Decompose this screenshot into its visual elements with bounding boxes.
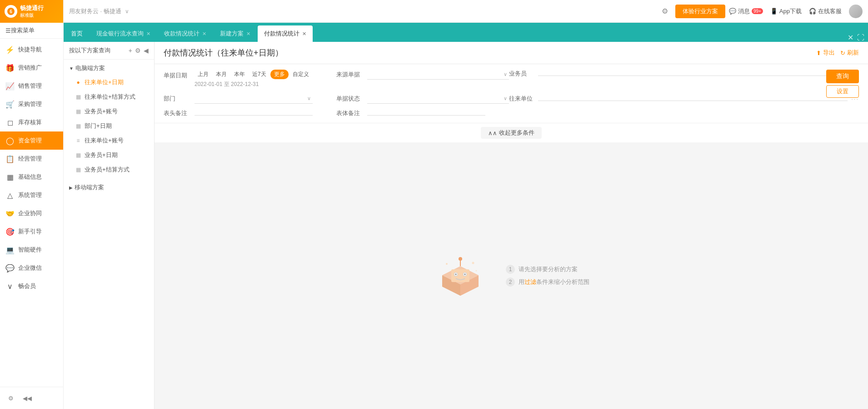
user-avatar[interactable]: [849, 5, 863, 18]
app-header: 6 畅捷通行 标准版: [0, 0, 63, 23]
scheme-item-counterpart-date[interactable]: ● 往来单位+日期: [64, 75, 154, 90]
scheme-settings-btn[interactable]: ⚙: [135, 47, 141, 54]
sidebar-item-sales[interactable]: 📈 销售管理: [0, 77, 63, 95]
sidebar-item-operations[interactable]: 📋 经营管理: [0, 150, 63, 168]
sidebar-item-label: 智能硬件: [18, 246, 42, 254]
scheme-item-salesman-account[interactable]: ▦ 业务员+账号: [64, 104, 154, 119]
settings-btn[interactable]: 设置: [826, 85, 859, 98]
date-last-month-btn[interactable]: 上月: [195, 70, 212, 79]
tab-receipt-stats[interactable]: 收款情况统计 ✕: [158, 25, 213, 42]
scheme-item-salesman-payment[interactable]: ▦ 业务员+结算方式: [64, 162, 154, 177]
page-header: 付款情况统计（往来单位+日期） ⬆ 导出 ↻ 刷新: [155, 42, 868, 64]
scheme-item-label: 业务员+日期: [85, 151, 118, 159]
filter-link[interactable]: 过滤: [524, 278, 536, 285]
tab-bank-flow[interactable]: 现金银行流水查询 ✕: [90, 25, 157, 42]
scheme-item-label: 业务员+结算方式: [85, 166, 130, 174]
empty-state: 1 请先选择要分析的方案 2 用过滤条件来缩小分析范围: [155, 142, 868, 409]
date-more-btn[interactable]: 更多: [270, 70, 289, 79]
sidebar-item-hardware[interactable]: 💻 智能硬件: [0, 241, 63, 259]
tab-payment-stats-close-icon[interactable]: ✕: [302, 31, 306, 37]
tab-bank-flow-close-icon[interactable]: ✕: [146, 31, 150, 37]
date-7days-btn[interactable]: 近7天: [249, 70, 269, 79]
scheme-group-desktop: ▼ 电脑端方案 ● 往来单位+日期 ▦ 往来单位+结算方式 ▦ 业务员+账号 ▦: [64, 60, 154, 179]
sidebar-item-purchase[interactable]: 🛒 采购管理: [0, 95, 63, 113]
search-menu[interactable]: ☰ 搜索菜单: [0, 23, 63, 39]
purchase-icon: 🛒: [5, 100, 15, 109]
sidebar-item-inventory[interactable]: ◻ 库存核算: [0, 113, 63, 131]
doc-status-label: 单据状态: [336, 95, 364, 103]
app-download-label: App下载: [779, 7, 802, 15]
topbar-settings-icon[interactable]: ⚙: [662, 7, 668, 15]
scheme-item-label: 往来单位+结算方式: [85, 93, 135, 101]
sidebar-item-marketing[interactable]: 🎁 营销推广: [0, 59, 63, 77]
app-logo: 6: [5, 5, 17, 18]
notification-btn[interactable]: 💬 消息 99+: [729, 7, 763, 15]
tab-new-scheme-close-icon[interactable]: ✕: [246, 31, 250, 37]
enterprise-icon: 🤝: [5, 209, 15, 218]
settings-footer-btn[interactable]: ⚙: [5, 392, 17, 404]
trial-btn[interactable]: 体验行业方案: [675, 5, 725, 18]
voucher-date-label: 单据日期: [164, 70, 191, 80]
date-filter-btns: 上月 本月 本年 近7天 更多 自定义: [195, 70, 312, 79]
svg-point-11: [459, 257, 462, 261]
tab-receipt-stats-close-icon[interactable]: ✕: [202, 31, 206, 37]
scheme-group-mobile-header[interactable]: ▶ 移动端方案: [64, 181, 154, 194]
doc-status-select[interactable]: ∨: [367, 94, 509, 104]
dept-chevron-icon: ∨: [307, 96, 311, 101]
scheme-item-label: 业务员+账号: [85, 107, 118, 116]
source-doc-select[interactable]: ∨: [367, 70, 509, 80]
tab-home-label: 首页: [71, 30, 83, 38]
sidebar-item-basic-info[interactable]: ▦ 基础信息: [0, 168, 63, 186]
svg-text:6: 6: [10, 9, 12, 14]
app-download-btn[interactable]: 📱 App下载: [770, 7, 802, 15]
customer-service-btn[interactable]: 🎧 在线客服: [809, 7, 842, 15]
date-this-month-btn[interactable]: 本月: [213, 70, 230, 79]
salesman-input[interactable]: [538, 72, 848, 76]
header-note-input[interactable]: [195, 111, 313, 116]
date-custom-btn[interactable]: 自定义: [289, 70, 312, 79]
sidebar-item-system[interactable]: △ 系统管理: [0, 186, 63, 204]
collapse-sidebar-btn[interactable]: ◀◀: [21, 392, 34, 404]
svg-rect-5: [451, 269, 469, 282]
topbar-actions: 💬 消息 99+ 📱 App下载 🎧 在线客服: [729, 5, 863, 18]
search-menu-label: 搜索菜单: [11, 26, 35, 35]
query-btn[interactable]: 查询: [826, 70, 859, 83]
svg-point-9: [464, 273, 466, 275]
sidebar-item-wechat[interactable]: 💬 企业微信: [0, 259, 63, 277]
topbar: 用友财务云 · 畅捷通 ∨ ⚙ 体验行业方案 💬 消息 99+ 📱 App下载 …: [64, 0, 868, 23]
sidebar-item-member[interactable]: ∨ 畅会员: [0, 277, 63, 295]
scheme-item-salesman-date[interactable]: ▦ 业务员+日期: [64, 148, 154, 162]
date-this-year-btn[interactable]: 本年: [231, 70, 248, 79]
marketing-icon: 🎁: [5, 63, 15, 72]
tabbar: 首页 现金银行流水查询 ✕ 收款情况统计 ✕ 新建方案 ✕ 付款情况统计 ✕ ✕…: [64, 23, 868, 42]
collapse-btn[interactable]: ∧∧ 收起更多条件: [481, 127, 542, 139]
add-scheme-btn[interactable]: +: [129, 47, 132, 54]
close-tab-btn[interactable]: ✕: [848, 33, 853, 42]
scheme-group-desktop-header[interactable]: ▼ 电脑端方案: [64, 61, 154, 75]
dept-select[interactable]: ∨: [195, 94, 313, 104]
sidebar-item-enterprise[interactable]: 🤝 企业协同: [0, 204, 63, 222]
tab-home[interactable]: 首页: [65, 25, 89, 42]
scheme-item-dept-date[interactable]: ▦ 部门+日期: [64, 119, 154, 133]
scheme-item-counterpart-payment[interactable]: ▦ 往来单位+结算方式: [64, 90, 154, 104]
sales-icon: 📈: [5, 81, 15, 91]
scheme-item-counterpart-account[interactable]: ≡ 往来单位+账号: [64, 133, 154, 148]
tab-new-scheme[interactable]: 新建方案 ✕: [214, 25, 257, 42]
sidebar-item-guide[interactable]: 🎯 新手引导: [0, 222, 63, 241]
export-btn[interactable]: ⬆ 导出: [816, 49, 835, 57]
body-note-input[interactable]: [367, 111, 485, 116]
refresh-btn[interactable]: ↻ 刷新: [840, 49, 859, 57]
expand-btn[interactable]: ⛶: [857, 34, 864, 42]
sidebar-item-quick-nav[interactable]: ⚡ 快捷导航: [0, 40, 63, 59]
sidebar-item-label: 销售管理: [18, 82, 42, 90]
scheme-group-arrow-icon: ▼: [69, 66, 74, 71]
tab-payment-stats[interactable]: 付款情况统计 ✕: [258, 25, 313, 42]
counterpart-input[interactable]: [538, 97, 848, 101]
collapse-scheme-btn[interactable]: ◀: [144, 47, 149, 54]
page-area: 按以下方案查询 + ⚙ ◀ ▼ 电脑端方案 ● 往来单位+日期 ▦: [64, 42, 868, 409]
sidebar-item-finance[interactable]: ◯ 资金管理: [0, 131, 63, 150]
scheme-panel-actions: + ⚙ ◀: [129, 47, 149, 54]
sidebar-footer: ⚙ ◀◀: [0, 387, 63, 409]
svg-point-12: [446, 263, 448, 265]
sidebar-item-label: 系统管理: [18, 191, 42, 199]
